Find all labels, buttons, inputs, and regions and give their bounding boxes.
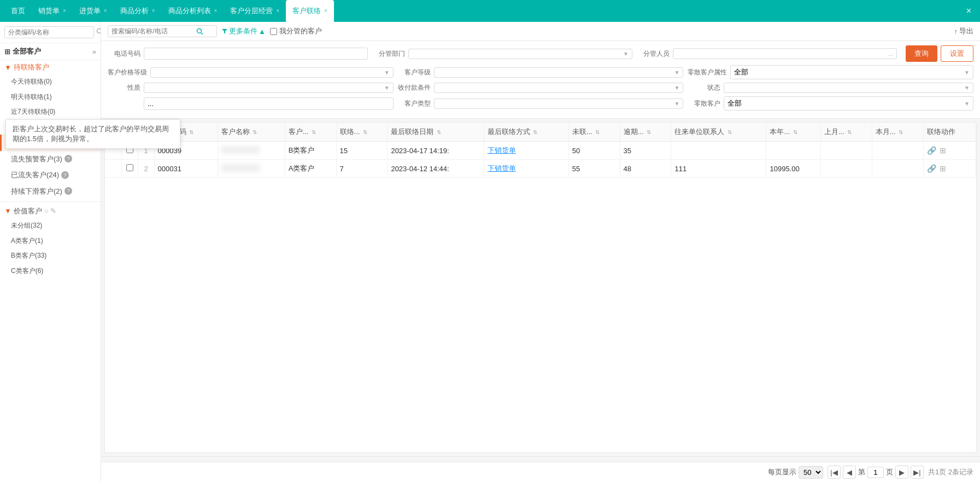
close-icon-customer-contact[interactable]: × [324, 0, 327, 22]
export-button[interactable]: ↑ 导出 [954, 26, 974, 36]
retail-attr-select[interactable]: 全部 ▼ [730, 65, 973, 79]
row2-last-date: 2023-04-12 14:44: [388, 160, 484, 178]
sidebar-item-ungroup[interactable]: 未分组(32) [0, 218, 101, 234]
first-page-button[interactable]: |◀ [828, 466, 841, 479]
col-this-year[interactable]: 本年... ⇅ [766, 123, 820, 142]
row1-link-icon[interactable]: 🔗 [927, 146, 936, 155]
col-unread[interactable]: 未联... ⇅ [568, 123, 620, 142]
close-icon-sales[interactable]: × [63, 0, 66, 22]
price-level-select[interactable]: ▼ [150, 67, 394, 78]
retail-attr-label: 零散客户属性 [688, 68, 727, 77]
nav-item-purchase[interactable]: 进货单 × [73, 0, 114, 22]
retail-customer-select[interactable]: 全部 ▼ [724, 96, 973, 111]
col-last-month[interactable]: 上月... ⇅ [820, 123, 872, 142]
close-icon-purchase[interactable]: × [104, 0, 107, 22]
sidebar-item-churned[interactable]: 已流失客户(24) ? [0, 167, 101, 183]
dept-label: 分管部门 [372, 49, 405, 59]
row2-checkbox[interactable] [126, 164, 133, 171]
col-last-method[interactable]: 最后联络方式 ⇅ [484, 123, 568, 142]
sidebar-item-declining[interactable]: 持续下滑客户(2) ? [0, 183, 101, 199]
page-input[interactable] [867, 467, 884, 478]
row1-last-method[interactable]: 下销货单 [484, 142, 568, 160]
filter-row-4: ... 客户类型 ▼ 零散客户 全部 ▼ [108, 96, 973, 111]
nav-item-customer-segment[interactable]: 客户分层经营 × [224, 0, 286, 22]
manager-label: 分管人员 [637, 49, 670, 59]
row2-unread: 55 [568, 160, 620, 178]
col-contact-sort: ⇅ [363, 129, 367, 135]
next-page-button[interactable]: ▶ [895, 466, 908, 479]
nav-label-sales: 销货单 [38, 0, 60, 22]
col-code-sort: ⇅ [189, 129, 193, 135]
nav-item-customer-contact[interactable]: 客户联络 × [286, 0, 334, 22]
nav-item-analysis[interactable]: 商品分析 × [114, 0, 162, 22]
col-contact[interactable]: 联络... ⇅ [336, 123, 388, 142]
close-icon-analysis[interactable]: × [152, 0, 155, 22]
phone-input[interactable] [144, 48, 368, 60]
col-last-date[interactable]: 最后联络日期 ⇅ [388, 123, 484, 142]
filter-row-3: 性质 ▼ 收付款条件 ▼ 状态 [108, 83, 973, 93]
nav-label-customer-contact: 客户联络 [292, 0, 321, 22]
customer-level-select[interactable]: ▼ [434, 67, 684, 78]
sidebar-search-button[interactable] [94, 27, 101, 38]
my-customers-checkbox[interactable]: 我分管的客户 [270, 26, 322, 36]
my-customers-check[interactable] [270, 28, 277, 35]
nature-label: 性质 [108, 83, 140, 92]
per-page-select[interactable]: 50 [799, 466, 823, 479]
sidebar-item-a-class[interactable]: A类客户(1) [0, 234, 101, 249]
sidebar-item-churn-warning[interactable]: 流失预警客户(3) ? [0, 151, 101, 167]
last-page-button[interactable]: ▶| [911, 466, 924, 479]
main-search-input[interactable] [112, 27, 196, 35]
close-all-button[interactable]: × [962, 6, 976, 16]
row2-grid-icon[interactable]: ⊞ [940, 164, 946, 173]
dept-select[interactable]: ▼ [408, 49, 632, 59]
nav-item-analysis-list[interactable]: 商品分析列表 × [162, 0, 224, 22]
sidebar-item-c-class[interactable]: C类客户(6) [0, 264, 101, 279]
col-overdue[interactable]: 逾期... ⇅ [620, 123, 671, 142]
settings-button[interactable]: 设置 [941, 45, 973, 62]
sidebar-item-tomorrow[interactable]: 明天待联络(1) [0, 90, 101, 105]
horizontal-scrollbar[interactable] [101, 456, 980, 462]
row2-last-method[interactable]: 下销货单 [484, 160, 568, 178]
extra-select[interactable]: ... [144, 97, 394, 110]
prev-page-button[interactable]: ◀ [843, 466, 856, 479]
nav-item-home[interactable]: 首页 [4, 0, 32, 22]
svg-point-0 [97, 29, 102, 33]
close-icon-customer-segment[interactable]: × [276, 0, 279, 22]
query-button[interactable]: 查询 [906, 45, 937, 62]
sidebar-item-today[interactable]: 今天待联络(0) [0, 74, 101, 90]
col-this-month-label: 本月... [876, 127, 896, 136]
row1-overdue: 35 [620, 142, 671, 160]
nav-label-purchase: 进货单 [79, 0, 101, 22]
all-customers-header[interactable]: ⊞ 全部客户 » [0, 43, 101, 60]
value-group-label[interactable]: ▼ 价值客户 ○ ✎ [0, 204, 101, 218]
page-navigation: |◀ ◀ 第 页 ▶ ▶| [828, 466, 924, 479]
pending-group-text: 待联络客户 [14, 62, 49, 72]
status-select[interactable]: ▼ [724, 83, 973, 93]
row2-category: A类客户 [285, 160, 336, 178]
customer-type-select[interactable]: ▼ [434, 98, 684, 109]
svg-line-3 [201, 33, 203, 34]
col-contact-person[interactable]: 往来单位联系人 ⇅ [671, 123, 766, 142]
payment-select[interactable]: ▼ [434, 83, 684, 93]
status-label: 状态 [688, 83, 720, 92]
edit-icons[interactable]: ○ ✎ [44, 207, 56, 215]
sidebar-item-7days[interactable]: 近7天待联络(0) [0, 104, 101, 120]
manager-input[interactable]: ... [673, 48, 897, 59]
more-conditions-button[interactable]: 更多条件 ▲ [221, 26, 266, 36]
nature-arrow: ▼ [384, 85, 390, 91]
sidebar-item-b-class[interactable]: B类客户(33) [0, 248, 101, 264]
nav-item-sales[interactable]: 销货单 × [32, 0, 73, 22]
sidebar: ⊞ 全部客户 » ▼ 待联络客户 今天待联络(0) 明天待联络(1) 近7天待联… [0, 22, 101, 482]
col-this-month[interactable]: 本月... ⇅ [872, 123, 923, 142]
col-name[interactable]: 客户名称 ⇅ [218, 123, 285, 142]
close-icon-analysis-list[interactable]: × [214, 0, 218, 22]
export-icon: ↑ [954, 27, 958, 36]
row2-link-icon[interactable]: 🔗 [927, 164, 936, 173]
row1-grid-icon[interactable]: ⊞ [940, 146, 946, 155]
sidebar-search-input[interactable] [4, 26, 94, 38]
row2-gear[interactable] [105, 160, 121, 178]
pending-group-label[interactable]: ▼ 待联络客户 [0, 60, 101, 74]
search-box [108, 25, 217, 37]
nature-select[interactable]: ▼ [144, 83, 394, 93]
col-category[interactable]: 客户... ⇅ [285, 123, 336, 142]
